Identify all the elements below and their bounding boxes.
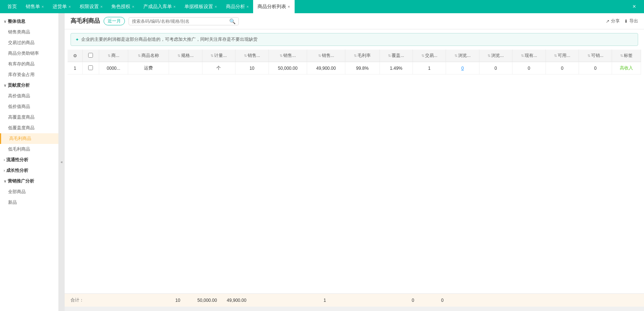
sidebar-item-全部商品[interactable]: 全部商品 bbox=[0, 187, 58, 197]
top-navigation: 首页销售单 ×进货单 ×权限设置 ×角色授权 ×产成品入库单 ×单据模板设置 ×… bbox=[0, 0, 644, 13]
data-table: ⚙商...商品名称规格...计量...销售...销售...销售...毛利率覆盖.… bbox=[68, 50, 641, 75]
settings-icon[interactable]: ⚙ bbox=[73, 53, 77, 58]
nav-close-进货单[interactable]: × bbox=[68, 4, 71, 9]
main-container: ∨整体信息销售类商品交易过的商品商品分类助销率有库存的商品库存资金占用∨贡献度分… bbox=[0, 13, 644, 311]
col-header-coverage[interactable]: 覆盖... bbox=[379, 50, 413, 62]
col-header-view1[interactable]: 浏览... bbox=[446, 50, 479, 62]
col-header-available_stock[interactable]: 可用... bbox=[546, 50, 579, 62]
nav-close-产成品入库单[interactable]: × bbox=[173, 4, 176, 9]
sidebar-item-商品分类助销率[interactable]: 商品分类助销率 bbox=[0, 48, 58, 59]
sidebar-item-新品[interactable]: 新品 bbox=[0, 197, 58, 208]
sidebar-item-低价值商品[interactable]: 低价值商品 bbox=[0, 101, 58, 112]
search-box: 🔍 bbox=[129, 17, 239, 25]
cell-unit: 个 bbox=[202, 62, 235, 75]
period-button[interactable]: 近一月 bbox=[104, 17, 125, 25]
col-header-spec[interactable]: 规格... bbox=[169, 50, 202, 62]
col-header-trade_count[interactable]: 交易... bbox=[413, 50, 446, 62]
arrow-icon: › bbox=[4, 169, 5, 173]
nav-item-商品分析[interactable]: 商品分析 × bbox=[222, 0, 253, 13]
view-link[interactable]: 0 bbox=[461, 66, 464, 71]
sidebar-item-低覆盖度商品[interactable]: 低覆盖度商品 bbox=[0, 123, 58, 133]
info-banner-text: 企业的主要的利润都是这部分商品创造的，可考虑加大推广，同时关注库存是不要出现缺货 bbox=[81, 36, 258, 43]
col-header-settings: ⚙ bbox=[68, 50, 83, 62]
col-header-unit[interactable]: 计量... bbox=[202, 50, 235, 62]
cell-gross_margin: 99.8% bbox=[345, 62, 379, 75]
sort-icon-gross_margin bbox=[354, 53, 357, 58]
sidebar-group-贡献度分析[interactable]: ∨贡献度分析 bbox=[0, 80, 58, 91]
col-header-sale_amount[interactable]: 销售... bbox=[269, 50, 307, 62]
col-header-sale_profit[interactable]: 销售... bbox=[307, 50, 345, 62]
sort-icon-saleable_stock bbox=[587, 53, 591, 58]
cell-available_stock: 0 bbox=[546, 62, 579, 75]
cell-name: 运费 bbox=[128, 62, 169, 75]
col-header-current_stock[interactable]: 现有... bbox=[512, 50, 546, 62]
col-header-tag[interactable]: 标签 bbox=[612, 50, 641, 62]
share-label: 分享 bbox=[611, 18, 620, 24]
cell-sale_profit: 49,900.00 bbox=[307, 62, 345, 75]
window-controls: × bbox=[627, 0, 641, 13]
sort-icon-coverage bbox=[388, 53, 392, 58]
col-header-saleable_stock[interactable]: 可销... bbox=[579, 50, 612, 62]
sidebar-group-流通性分析[interactable]: ›流通性分析 bbox=[0, 155, 58, 165]
nav-item-销售单[interactable]: 销售单 × bbox=[21, 0, 48, 13]
sidebar-item-销售类商品[interactable]: 销售类商品 bbox=[0, 27, 58, 37]
nav-item-进货单[interactable]: 进货单 × bbox=[48, 0, 75, 13]
footer-sale-profit: 49,900.00 bbox=[222, 298, 251, 303]
tag-badge: 高收入 bbox=[620, 65, 633, 70]
nav-close-角色授权[interactable]: × bbox=[132, 4, 134, 9]
nav-item-角色授权[interactable]: 角色授权 × bbox=[107, 0, 138, 13]
export-label: 导出 bbox=[629, 18, 638, 24]
nav-close-商品分析列表[interactable]: × bbox=[288, 4, 290, 9]
nav-close-商品分析[interactable]: × bbox=[247, 4, 249, 9]
cell-coverage: 1.49% bbox=[379, 62, 413, 75]
cell-code: 0000... bbox=[99, 62, 128, 75]
sidebar-group-整体信息[interactable]: ∨整体信息 bbox=[0, 16, 58, 27]
sort-icon-view1 bbox=[454, 53, 458, 58]
nav-item-产成品入库单[interactable]: 产成品入库单 × bbox=[139, 0, 180, 13]
sidebar-wrapper: ∨整体信息销售类商品交易过的商品商品分类助销率有库存的商品库存资金占用∨贡献度分… bbox=[0, 13, 65, 311]
info-banner: ✦ 企业的主要的利润都是这部分商品创造的，可考虑加大推广，同时关注库存是不要出现… bbox=[71, 33, 638, 46]
nav-close-销售单[interactable]: × bbox=[42, 4, 44, 9]
sidebar-item-高毛利商品[interactable]: 高毛利商品 bbox=[0, 133, 58, 144]
sidebar-item-高覆盖度商品[interactable]: 高覆盖度商品 bbox=[0, 112, 58, 123]
sidebar-item-高价值商品[interactable]: 高价值商品 bbox=[0, 91, 58, 101]
col-header-name[interactable]: 商品名称 bbox=[128, 50, 169, 62]
footer-label: 合计： bbox=[71, 297, 84, 303]
sidebar-collapse-button[interactable]: « bbox=[59, 13, 65, 311]
content-header: 高毛利商品 近一月 🔍 ↗ 分享 ⬇ 导出 bbox=[65, 13, 644, 29]
select-all-checkbox[interactable] bbox=[88, 53, 93, 58]
table-footer: 合计： 10 50,000.00 49,900.00 1 0 0 bbox=[65, 293, 644, 307]
nav-close-权限设置[interactable]: × bbox=[100, 4, 102, 9]
sidebar-group-营销推广分析[interactable]: ∨营销推广分析 bbox=[0, 176, 58, 187]
export-button[interactable]: ⬇ 导出 bbox=[624, 18, 638, 24]
col-header-sale_qty[interactable]: 销售... bbox=[235, 50, 269, 62]
footer-current-stock: 0 bbox=[398, 298, 428, 303]
nav-item-权限设置[interactable]: 权限设置 × bbox=[75, 0, 107, 13]
sidebar-item-库存资金占用[interactable]: 库存资金占用 bbox=[0, 69, 58, 80]
cell-checkbox[interactable] bbox=[83, 62, 99, 75]
window-close-button[interactable]: × bbox=[627, 0, 641, 13]
sidebar-item-有库存的商品[interactable]: 有库存的商品 bbox=[0, 59, 58, 69]
col-header-gross_margin[interactable]: 毛利率 bbox=[345, 50, 379, 62]
search-input[interactable] bbox=[132, 19, 229, 24]
row-checkbox[interactable] bbox=[88, 65, 93, 70]
horizontal-scrollbar[interactable] bbox=[65, 307, 644, 311]
col-header-code[interactable]: 商... bbox=[99, 50, 128, 62]
sidebar-item-交易过的商品[interactable]: 交易过的商品 bbox=[0, 37, 58, 48]
header-actions: ↗ 分享 ⬇ 导出 bbox=[606, 18, 638, 24]
nav-item-商品分析列表[interactable]: 商品分析列表 × bbox=[253, 0, 294, 13]
sidebar-item-低毛利商品[interactable]: 低毛利商品 bbox=[0, 144, 58, 155]
share-button[interactable]: ↗ 分享 bbox=[606, 18, 620, 24]
cell-view1[interactable]: 0 bbox=[446, 62, 479, 75]
footer-trade-count: 1 bbox=[310, 298, 339, 303]
col-header-view2[interactable]: 浏览... bbox=[479, 50, 512, 62]
sort-icon-trade_count bbox=[421, 53, 425, 58]
table-wrapper[interactable]: ⚙商...商品名称规格...计量...销售...销售...销售...毛利率覆盖.… bbox=[65, 50, 644, 293]
nav-item-首页[interactable]: 首页 bbox=[3, 0, 21, 13]
nav-item-单据模板设置[interactable]: 单据模板设置 × bbox=[180, 0, 221, 13]
sidebar-group-成长性分析[interactable]: ›成长性分析 bbox=[0, 165, 58, 176]
search-icon[interactable]: 🔍 bbox=[229, 18, 235, 24]
cell-view2: 0 bbox=[479, 62, 512, 75]
nav-close-单据模板设置[interactable]: × bbox=[215, 4, 217, 9]
cell-spec bbox=[169, 62, 202, 75]
